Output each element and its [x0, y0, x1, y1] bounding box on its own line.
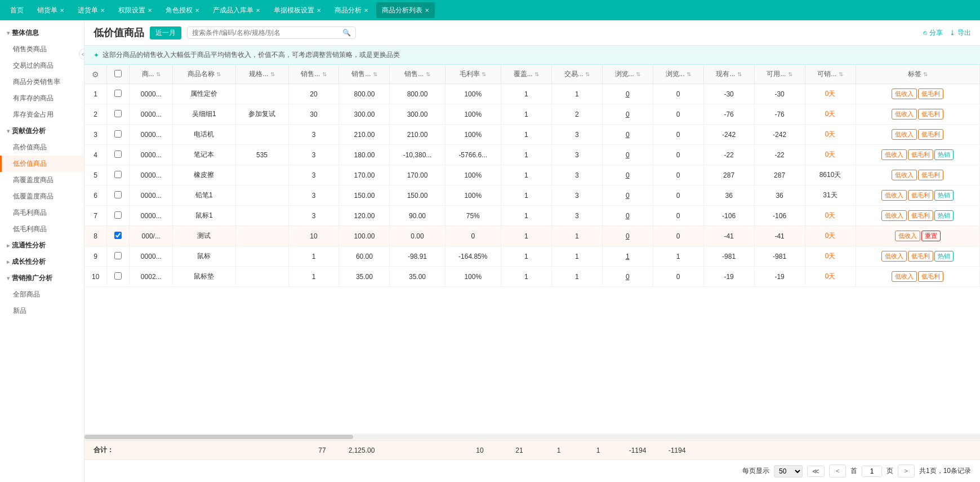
nav-product-analysis[interactable]: 商品分析 ✕ [329, 2, 374, 18]
browse1-link[interactable]: 0 [626, 273, 630, 281]
sidebar-item-new-products[interactable]: 新品 [0, 303, 84, 319]
sidebar-item-low-coverage[interactable]: 低覆盖度商品 [0, 188, 84, 205]
row-browse1-cell[interactable]: 0 [602, 165, 653, 185]
row-check-cell[interactable] [107, 145, 130, 165]
browse1-header[interactable]: 浏览... ⇅ [602, 65, 653, 84]
row-browse1-cell[interactable]: 0 [602, 145, 653, 165]
first-page-btn[interactable]: ≪ [807, 466, 825, 477]
code-header[interactable]: 商... ⇅ [130, 65, 173, 84]
sidebar-group-marketing[interactable]: ▾ 营销推广分析 [0, 270, 84, 286]
available-header[interactable]: 可用... ⇅ [754, 65, 805, 84]
name-header[interactable]: 商品名称 ⇅ [173, 65, 236, 84]
sidebar-item-traded-products[interactable]: 交易过的商品 [0, 58, 84, 74]
row-checkbox[interactable] [114, 252, 122, 259]
row-browse1-cell[interactable]: 0 [602, 185, 653, 206]
row-check-cell[interactable] [107, 165, 130, 185]
row-checkbox[interactable] [114, 110, 122, 117]
horizontal-scrollbar[interactable] [84, 435, 980, 439]
nav-close-product-analysis-list[interactable]: ✕ [425, 7, 429, 14]
browse1-link[interactable]: 0 [626, 90, 630, 98]
current-header[interactable]: 现有... ⇅ [703, 65, 754, 84]
nav-close-sales[interactable]: ✕ [60, 7, 64, 14]
nav-product-inbound[interactable]: 产成品入库单 ✕ [207, 2, 266, 18]
sidebar-item-category-sales-rate[interactable]: 商品分类销售率 [0, 74, 84, 90]
row-checkbox[interactable] [114, 211, 122, 219]
nav-sales[interactable]: 销货单 ✕ [32, 2, 70, 18]
next-page-btn[interactable]: ＞ [898, 465, 915, 477]
sidebar-item-high-profit[interactable]: 高毛利商品 [0, 205, 84, 221]
time-filter-button[interactable]: 近一月 [150, 26, 181, 39]
row-browse1-cell[interactable]: 0 [602, 125, 653, 145]
search-input[interactable] [192, 29, 340, 37]
sidebar-item-high-coverage[interactable]: 高覆盖度商品 [0, 172, 84, 188]
row-check-cell[interactable] [107, 226, 130, 246]
browse1-link[interactable]: 0 [626, 232, 630, 240]
row-check-cell[interactable] [107, 267, 130, 287]
nav-close-template-settings[interactable]: ✕ [317, 7, 321, 14]
row-checkbox[interactable] [114, 130, 122, 138]
spec-header[interactable]: 规格... ⇅ [235, 65, 288, 84]
browse1-link[interactable]: 0 [626, 171, 630, 179]
page-number-input[interactable] [862, 466, 882, 477]
nav-close-role-auth[interactable]: ✕ [195, 7, 199, 14]
cover-header[interactable]: 覆盖... ⇅ [501, 65, 551, 84]
sidebar-item-high-value[interactable]: 高价值商品 [0, 139, 84, 156]
nav-close-product-analysis[interactable]: ✕ [364, 7, 368, 14]
nav-close-permissions[interactable]: ✕ [148, 7, 152, 14]
row-check-cell[interactable] [107, 104, 130, 125]
share-button[interactable]: ⎋ 分享 [923, 28, 943, 38]
row-browse1-cell[interactable]: 0 [602, 226, 653, 246]
nav-close-purchase[interactable]: ✕ [100, 7, 105, 14]
sale2-header[interactable]: 销售... ⇅ [339, 65, 390, 84]
select-all-checkbox[interactable] [114, 70, 122, 77]
sidebar-item-sales-products[interactable]: 销售类商品 [0, 41, 84, 58]
tags-header[interactable]: 标签 ⇅ [856, 65, 979, 84]
browse1-link[interactable]: 0 [626, 131, 630, 139]
prev-page-btn[interactable]: ＜ [829, 465, 846, 477]
sale3-header[interactable]: 销售... ⇅ [390, 65, 445, 84]
sidebar-item-stock-products[interactable]: 有库存的商品 [0, 90, 84, 107]
nav-permissions[interactable]: 权限设置 ✕ [113, 2, 158, 18]
search-icon[interactable]: 🔍 [342, 29, 351, 37]
row-check-cell[interactable] [107, 185, 130, 206]
sale1-header[interactable]: 销售... ⇅ [288, 65, 339, 84]
row-checkbox[interactable] [114, 151, 122, 158]
row-checkbox[interactable] [114, 272, 122, 280]
sidebar-item-low-profit[interactable]: 低毛利商品 [0, 221, 84, 237]
browse2-header[interactable]: 浏览... ⇅ [653, 65, 703, 84]
nav-product-analysis-list[interactable]: 商品分析列表 ✕ [376, 2, 435, 18]
settings-icon[interactable]: ⚙ [92, 70, 99, 79]
row-browse1-cell[interactable]: 0 [602, 104, 653, 125]
sidebar-group-general[interactable]: ▾ 整体信息 [0, 25, 84, 41]
sidebar-item-stock-capital[interactable]: 库存资金占用 [0, 107, 84, 123]
profit-rate-header[interactable]: 毛利率 ⇅ [445, 65, 501, 84]
nav-template-settings[interactable]: 单据模板设置 ✕ [268, 2, 327, 18]
row-checkbox[interactable] [114, 171, 122, 178]
trade-header[interactable]: 交易... ⇅ [551, 65, 602, 84]
nav-role-auth[interactable]: 角色授权 ✕ [160, 2, 205, 18]
sidebar-group-growth[interactable]: ▸ 成长性分析 [0, 254, 84, 270]
row-browse1-cell[interactable]: 0 [602, 206, 653, 226]
row-checkbox[interactable] [114, 232, 122, 239]
browse1-link[interactable]: 0 [626, 110, 630, 118]
row-checkbox[interactable] [114, 90, 122, 97]
browse1-link[interactable]: 1 [626, 253, 630, 260]
page-size-select[interactable]: 50 100 200 [774, 465, 803, 477]
browse1-link[interactable]: 0 [626, 151, 630, 159]
nav-home[interactable]: 首页 [5, 2, 29, 18]
nav-purchase[interactable]: 进货单 ✕ [72, 2, 110, 18]
row-check-cell[interactable] [107, 206, 130, 226]
row-check-cell[interactable] [107, 84, 130, 104]
row-browse1-cell[interactable]: 0 [602, 84, 653, 104]
nav-close-product-inbound[interactable]: ✕ [256, 7, 260, 14]
sidebar-group-liquidity[interactable]: ▸ 流通性分析 [0, 237, 84, 254]
row-browse1-cell[interactable]: 0 [602, 267, 653, 287]
row-check-cell[interactable] [107, 125, 130, 145]
sidebar-item-all-products[interactable]: 全部商品 [0, 286, 84, 303]
row-check-cell[interactable] [107, 246, 130, 267]
export-button[interactable]: ⤓ 导出 [950, 28, 971, 38]
row-checkbox[interactable] [114, 191, 122, 198]
check-header[interactable] [107, 65, 130, 84]
saleable-header[interactable]: 可销... ⇅ [805, 65, 856, 84]
scrollbar-thumb[interactable] [84, 435, 353, 439]
